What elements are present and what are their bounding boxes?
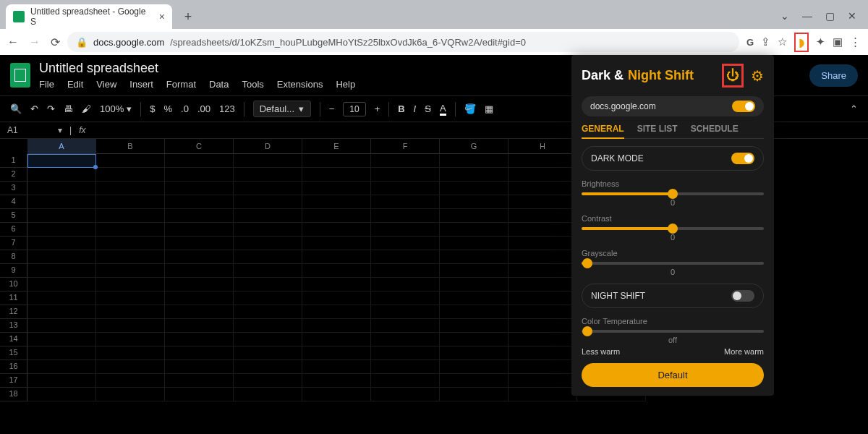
nightshift-extension-icon[interactable]: ◗ xyxy=(794,33,809,52)
cell[interactable] xyxy=(371,264,440,278)
share-button[interactable]: Share xyxy=(809,64,858,87)
row-header[interactable]: 15 xyxy=(0,346,27,360)
cell[interactable] xyxy=(509,333,577,346)
cell[interactable] xyxy=(27,250,96,264)
ext-tab-general[interactable]: GENERAL xyxy=(582,124,624,139)
cell[interactable] xyxy=(509,346,577,360)
row-header[interactable]: 4 xyxy=(0,195,27,209)
cell[interactable] xyxy=(302,250,371,264)
maximize-icon[interactable]: ▢ xyxy=(825,10,835,22)
dark-mode-toggle[interactable] xyxy=(731,153,754,164)
cell[interactable] xyxy=(509,388,577,401)
cell[interactable] xyxy=(371,250,440,264)
cell[interactable] xyxy=(440,333,509,346)
cell[interactable] xyxy=(371,154,440,168)
ext-tab-site-list[interactable]: SITE LIST xyxy=(637,124,678,134)
cell[interactable] xyxy=(27,388,96,401)
cell[interactable] xyxy=(27,195,96,209)
cell[interactable] xyxy=(27,237,96,250)
row-header[interactable]: 17 xyxy=(0,374,27,388)
cell[interactable] xyxy=(234,168,302,182)
cell[interactable] xyxy=(509,360,577,374)
cell[interactable] xyxy=(302,319,371,333)
chevron-down-icon[interactable]: ⌄ xyxy=(780,10,789,22)
currency-icon[interactable]: $ xyxy=(150,103,155,114)
strikethrough-icon[interactable]: S xyxy=(425,103,431,114)
url-field[interactable]: 🔒 docs.google.com/spreadsheets/d/1oKZsm_… xyxy=(67,32,739,52)
menu-insert[interactable]: Insert xyxy=(129,79,153,90)
print-icon[interactable]: 🖶 xyxy=(64,103,73,114)
power-button[interactable]: ⏻ xyxy=(722,64,744,88)
cell[interactable] xyxy=(302,182,371,195)
cell[interactable] xyxy=(440,154,509,168)
cell[interactable] xyxy=(165,168,234,182)
cell[interactable] xyxy=(96,264,165,278)
cell[interactable] xyxy=(165,346,234,360)
number-format-button[interactable]: 123 xyxy=(219,103,235,114)
cell[interactable] xyxy=(371,237,440,250)
font-select[interactable]: Defaul... ▾ xyxy=(253,101,311,117)
cell[interactable] xyxy=(165,319,234,333)
cell[interactable] xyxy=(509,292,577,305)
cell[interactable] xyxy=(302,223,371,237)
cell[interactable] xyxy=(509,264,577,278)
cell[interactable] xyxy=(440,374,509,388)
site-toggle[interactable] xyxy=(732,101,755,112)
row-header[interactable]: 10 xyxy=(0,278,27,292)
column-header[interactable]: H xyxy=(509,139,577,154)
cell[interactable] xyxy=(27,292,96,305)
browser-tab[interactable]: Untitled spreadsheet - Google S × xyxy=(6,4,172,29)
cell[interactable] xyxy=(234,209,302,223)
menu-extensions[interactable]: Extensions xyxy=(277,79,323,90)
menu-help[interactable]: Help xyxy=(336,79,355,90)
cell[interactable] xyxy=(371,346,440,360)
menu-tools[interactable]: Tools xyxy=(242,79,263,90)
row-header[interactable]: 12 xyxy=(0,305,27,319)
close-window-icon[interactable]: ✕ xyxy=(848,10,856,22)
cell[interactable] xyxy=(440,264,509,278)
cell[interactable] xyxy=(234,223,302,237)
cell[interactable] xyxy=(234,360,302,374)
cell[interactable] xyxy=(234,305,302,319)
cell[interactable] xyxy=(509,237,577,250)
italic-icon[interactable]: I xyxy=(414,103,417,114)
column-header[interactable]: G xyxy=(440,139,509,154)
cell[interactable] xyxy=(509,154,577,168)
cell[interactable] xyxy=(96,237,165,250)
google-icon[interactable]: G xyxy=(746,37,754,48)
cell[interactable] xyxy=(234,388,302,401)
cell[interactable] xyxy=(302,388,371,401)
cell[interactable] xyxy=(96,209,165,223)
gear-icon[interactable]: ⚙ xyxy=(751,67,764,85)
cell[interactable] xyxy=(96,250,165,264)
cell[interactable] xyxy=(165,237,234,250)
cell[interactable] xyxy=(440,182,509,195)
cell[interactable] xyxy=(27,154,96,168)
contrast-slider[interactable] xyxy=(582,227,764,230)
cell[interactable] xyxy=(302,195,371,209)
cell[interactable] xyxy=(302,333,371,346)
increase-decimal-icon[interactable]: .00 xyxy=(197,103,210,114)
cell[interactable] xyxy=(27,305,96,319)
menu-format[interactable]: Format xyxy=(166,79,196,90)
cell[interactable] xyxy=(440,278,509,292)
column-header[interactable]: B xyxy=(96,139,165,154)
cell[interactable] xyxy=(440,168,509,182)
cell[interactable] xyxy=(27,223,96,237)
cell[interactable] xyxy=(27,209,96,223)
zoom-select[interactable]: 100% ▾ xyxy=(100,103,132,114)
row-header[interactable]: 1 xyxy=(0,154,27,168)
cell[interactable] xyxy=(371,168,440,182)
row-header[interactable]: 8 xyxy=(0,250,27,264)
cell[interactable] xyxy=(165,154,234,168)
menu-data[interactable]: Data xyxy=(209,79,229,90)
cell[interactable] xyxy=(440,223,509,237)
percent-icon[interactable]: % xyxy=(163,103,172,114)
cell[interactable] xyxy=(234,278,302,292)
cell[interactable] xyxy=(440,388,509,401)
cell[interactable] xyxy=(302,237,371,250)
cell[interactable] xyxy=(440,360,509,374)
cell[interactable] xyxy=(96,195,165,209)
cell[interactable] xyxy=(234,319,302,333)
column-header[interactable]: A xyxy=(27,139,96,154)
